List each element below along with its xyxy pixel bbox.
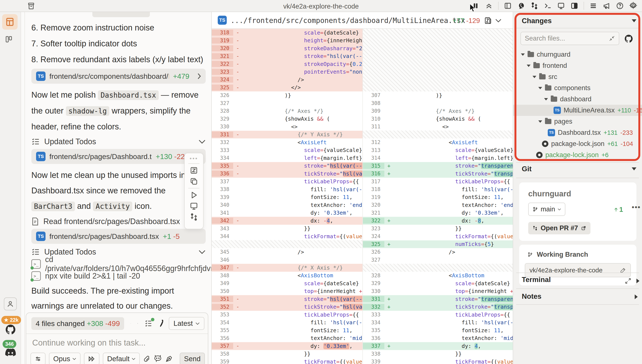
git-compare-icon[interactable] [530, 2, 538, 10]
branch-dropdown[interactable]: main [528, 202, 565, 216]
more-menu-icon[interactable]: ••• [632, 203, 641, 212]
tree-file-row[interactable]: TSMultiLineArea.tsx+110-162 [513, 105, 642, 116]
tree-caret-icon[interactable] [544, 98, 548, 100]
menu-icon[interactable] [589, 2, 597, 10]
diff-row[interactable]: 331- {/* Y Axis */} [212, 131, 513, 139]
pen-icon[interactable] [165, 355, 173, 363]
open-pr-button[interactable]: Open PR #7 [528, 222, 590, 234]
spark-icon[interactable] [137, 319, 138, 328]
monitor-icon[interactable] [190, 202, 198, 210]
edit-pencil-icon[interactable] [620, 267, 626, 273]
working-branch-input[interactable]: vk/4e2a-explore-the-code [525, 263, 631, 277]
git-compare-icon[interactable] [190, 213, 198, 221]
megaphone-icon[interactable] [602, 2, 611, 10]
panel-right-icon[interactable] [570, 2, 578, 10]
tree-file-row[interactable]: package-lock.json+6 [513, 150, 642, 160]
octocat-icon[interactable] [154, 355, 162, 363]
diff-row[interactable]: 333 scale={valueScale}313 scale={valueSc… [212, 146, 513, 154]
diff-row[interactable]: 340 textAnchor: 'end',320 textAnchor: 'e… [212, 201, 513, 209]
rail-item-active[interactable] [2, 14, 18, 30]
diff-row[interactable]: 334 left={margin.left}314 left={margin.l… [212, 154, 513, 162]
terminal-command-row[interactable]: >_ cd /private/var/folders/10/h7w0q46556… [31, 259, 206, 269]
help-icon[interactable] [616, 2, 624, 10]
diff-row[interactable]: 321- stroke="hsl(var(--border))" [212, 52, 513, 60]
tree-folder-row[interactable]: dashboard [513, 94, 642, 105]
diff-row[interactable]: 322- strokeOpacity={0.2} [212, 60, 513, 68]
files-changed-chip[interactable]: 4 files changed +308 -499 [31, 317, 124, 330]
settings-sliders-button[interactable] [31, 352, 46, 364]
file-change-card[interactable]: TS frontend/src/components/dashboard/Mul… [31, 69, 206, 84]
section-expand-caret[interactable] [636, 278, 639, 283]
diff-row[interactable]: 339 fontSize: 11,319 fontSize: 11, [212, 194, 513, 201]
tree-folder-row[interactable]: churnguard [513, 49, 642, 60]
todos-status-icon[interactable] [145, 319, 153, 328]
arrow-up-icon[interactable] [131, 319, 131, 328]
diff-view-icon[interactable] [484, 17, 492, 24]
updated-todos-row[interactable]: Updated Todos [31, 137, 206, 146]
git-section-title[interactable]: Git [522, 165, 532, 173]
notes-section-title[interactable]: Notes [522, 292, 541, 300]
fast-forward-button[interactable] [84, 352, 99, 364]
diff-row[interactable]: 352- tickStroke="hsl(var(--border))"332+… [212, 303, 513, 311]
section-collapse-caret[interactable] [632, 19, 636, 22]
diff-row[interactable]: 332 <AxisLeft312 <AxisLeft [212, 138, 513, 146]
play-icon[interactable] [190, 191, 198, 200]
diff-row[interactable]: 358 }}338 }} [212, 350, 513, 358]
diff-row[interactable]: 341 dy: '0.33em',321 dy: '0.33em', [212, 209, 513, 217]
tree-folder-row[interactable]: src [513, 71, 642, 82]
diff-row[interactable]: 338 fill: 'hsl(var(--muted-foreground))'… [212, 186, 513, 194]
github-octocat-icon[interactable] [5, 324, 16, 335]
expand-icon[interactable] [625, 278, 631, 284]
tree-caret-icon[interactable] [538, 120, 542, 123]
settings-gear-icon[interactable] [629, 2, 637, 10]
diff-row[interactable]: 351- stroke="hsl(var(--border))"331+ str… [212, 295, 513, 303]
tree-caret-icon[interactable] [521, 54, 525, 56]
changes-section-title[interactable]: Changes [522, 17, 552, 25]
collapse-tree-icon[interactable] [609, 36, 615, 42]
monitor-icon[interactable] [557, 2, 565, 10]
diff-row[interactable]: 345 />326 /> [212, 248, 513, 256]
diff-row[interactable]: 325- </> [212, 84, 513, 92]
diff-row[interactable]: 359 tickFormat={(value) => formatValue(v… [212, 358, 513, 364]
chevron-down-icon[interactable] [198, 250, 206, 254]
file-change-card[interactable]: TS frontend/src/pages/Dashboard.tsx +130… [31, 149, 206, 164]
tree-folder-row[interactable]: components [513, 82, 642, 94]
model-dropdown[interactable]: Opus [49, 352, 81, 364]
diff-row[interactable]: 327308 [212, 99, 513, 107]
snippet-icon[interactable] [190, 166, 198, 175]
message-input[interactable]: Continue working on this task... [32, 338, 146, 348]
discord-icon[interactable] [5, 348, 16, 358]
chevron-down-icon[interactable] [495, 18, 502, 23]
diff-rows[interactable]: 318- scale={dateScale}319- height={inner… [212, 29, 513, 364]
file-change-card[interactable]: TS frontend/src/pages/Dashboard.tsx +1 -… [31, 229, 206, 244]
account-icon[interactable] [4, 298, 17, 310]
chat-bubble-icon[interactable] [517, 2, 525, 10]
diff-row[interactable]: 355 fontSize: 11,335 fontSize: 11, [212, 326, 513, 334]
diff-row[interactable]: 337 tickLabelProps={{317 tickLabelProps=… [212, 178, 513, 186]
diff-row[interactable]: 318- scale={dateScale} [212, 29, 513, 37]
diff-row[interactable]: 320- strokeDasharray="2,4" [212, 44, 513, 52]
diff-row[interactable]: 336- tickStroke="hsl(var(--border))"316+… [212, 170, 513, 178]
diff-row[interactable]: 342- dx: -4,322+ dx: -8, [212, 217, 513, 225]
diff-row[interactable]: 323- pointerEvents="none" [212, 68, 513, 76]
diff-row[interactable]: 357- dy: '0.33em',337+ dy: 4, [212, 342, 513, 350]
diff-row[interactable]: 350 top={innerHeight + margin.top}330 to… [212, 288, 513, 295]
diff-row[interactable]: 325+ numTicks={5} [212, 240, 513, 248]
terminal-icon[interactable] [544, 2, 552, 10]
rail-item-boards[interactable] [5, 35, 13, 43]
panel-left-icon[interactable] [504, 2, 512, 10]
read-file-row[interactable]: Read frontend/src/pages/Dashboard.tsx [31, 217, 206, 226]
mode-dropdown[interactable]: Default [103, 352, 140, 364]
latest-dropdown[interactable]: Latest [169, 317, 204, 330]
diff-row[interactable]: 346327 [212, 256, 513, 264]
tree-file-row[interactable]: package-lock.json+61-104 [513, 138, 642, 150]
tree-caret-icon[interactable] [538, 87, 542, 89]
tree-file-row[interactable]: TSDashboard.tsx+131-233 [513, 127, 642, 138]
more-dots-icon[interactable]: ••• [190, 156, 198, 161]
diff-row[interactable]: 344 tickFormat={(value) => formatValue(v… [212, 232, 513, 240]
section-collapse-caret[interactable] [632, 168, 636, 170]
chevron-down-icon[interactable] [198, 139, 206, 144]
terminal-section-title[interactable]: Terminal [522, 276, 551, 284]
section-expand-caret[interactable] [635, 294, 638, 299]
diff-row[interactable]: 353 tickLabelProps={{333 tickLabelProps=… [212, 311, 513, 319]
